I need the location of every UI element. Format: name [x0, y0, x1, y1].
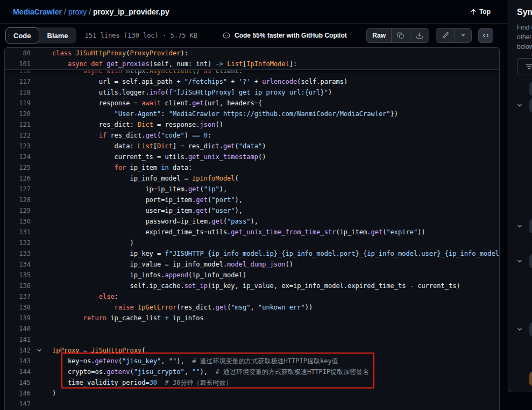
line-number[interactable]: 119 — [5, 98, 31, 109]
file-header: MediaCrawler/proxy/proxy_ip_provider.py … — [0, 0, 508, 24]
line-number[interactable]: 120 — [5, 109, 31, 119]
breadcrumb-folder-link[interactable]: proxy — [68, 8, 87, 16]
line-number[interactable]: 139 — [5, 313, 31, 323]
code-token — [52, 164, 115, 171]
symbol-item[interactable] — [508, 322, 532, 336]
line-number[interactable]: 123 — [5, 141, 31, 152]
fold-gutter — [35, 184, 44, 195]
code-line: 143 key=os.getenv("jisu_key", ""), # 通过环… — [5, 356, 499, 366]
line-number[interactable]: 80 — [5, 48, 31, 59]
edit-button[interactable] — [436, 28, 455, 42]
symbols-panel-toggle[interactable] — [478, 28, 493, 43]
line-number[interactable]: 101 — [5, 59, 31, 69]
line-number[interactable]: 130 — [5, 216, 31, 227]
symbol-item[interactable] — [508, 82, 532, 96]
line-number[interactable]: 147 — [5, 399, 31, 409]
code-line: 147 — [5, 399, 499, 409]
line-number[interactable]: 133 — [5, 248, 31, 259]
line-number[interactable]: 137 — [5, 291, 31, 302]
copy-button[interactable] — [391, 28, 410, 42]
line-number[interactable]: 146 — [5, 388, 31, 399]
line-number[interactable]: 144 — [5, 366, 31, 377]
symbol-item[interactable] — [508, 372, 532, 386]
download-button[interactable] — [410, 28, 429, 42]
code-token: json — [200, 121, 216, 128]
code-text: raise IpGetError(res_dict.get("msg", "un… — [44, 302, 499, 313]
line-number[interactable]: 136 — [5, 280, 31, 291]
line-number[interactable]: 132 — [5, 238, 31, 248]
code-token: ), — [200, 368, 216, 376]
symbols-panel-title: Symbols — [517, 8, 532, 17]
back-to-top-button[interactable]: Top — [470, 8, 491, 16]
code-token: ( — [165, 89, 169, 96]
code-token: "" — [192, 368, 200, 376]
symbol-item[interactable] — [508, 98, 532, 112]
line-number[interactable]: 126 — [5, 173, 31, 184]
code-line: 125 for ip_item in data: — [5, 162, 499, 173]
code-lines: 117 url = self.api_path + "/fetchips" + … — [5, 76, 499, 409]
line-number[interactable]: 124 — [5, 152, 31, 162]
tab-code[interactable]: Code — [5, 27, 39, 44]
symbol-item[interactable] — [508, 219, 532, 233]
code-blame-switcher: Code Blame — [5, 27, 76, 44]
line-number[interactable]: 125 — [5, 162, 31, 173]
line-number[interactable]: 121 — [5, 119, 31, 130]
chevron-down-icon[interactable] — [513, 103, 527, 108]
code-token: Dict — [157, 142, 173, 150]
code-token: get — [215, 304, 227, 311]
line-number[interactable]: 116 — [5, 70, 31, 76]
chevron-down-icon[interactable] — [513, 258, 527, 264]
code-line: 141 — [5, 334, 499, 345]
line-number[interactable]: 134 — [5, 259, 31, 270]
code-text: for ip_item in data: — [44, 162, 499, 173]
code-text: else: — [44, 291, 499, 302]
copilot-banner[interactable]: Code 55% faster with GitHub Copilot — [222, 31, 347, 40]
line-number[interactable]: 117 — [5, 76, 31, 87]
code-token: url = self.api_path + — [52, 78, 185, 85]
line-number[interactable]: 122 — [5, 130, 31, 141]
line-number[interactable]: 127 — [5, 184, 31, 195]
line-number[interactable]: 138 — [5, 302, 31, 313]
chevron-down-icon — [517, 103, 522, 108]
breadcrumb-repo-link[interactable]: MediaCrawler — [13, 8, 62, 16]
symbols-filter-button[interactable] — [517, 58, 532, 75]
code-token: f"[JiSuHttpProxy] get ip proxy url:{url}… — [169, 89, 328, 96]
raw-button[interactable]: Raw — [367, 28, 391, 42]
code-line: 138 raise IpGetError(res_dict.get("msg",… — [5, 302, 499, 313]
code-token: if — [99, 132, 107, 139]
code-line: 121 res_dict: Dict = response.json() — [5, 119, 499, 130]
code-line: 126 ip_info_model = IpInfoModel( — [5, 173, 499, 184]
code-token: res_dict: — [52, 121, 138, 128]
code-view: 80class JiSuHttpProxy(ProxyProvider):101… — [4, 47, 500, 410]
chevron-down-icon — [517, 224, 522, 229]
code-token: () — [215, 121, 223, 128]
code-line: 118 utils.logger.info(f"[JiSuHttpProxy] … — [5, 87, 499, 98]
line-number[interactable]: 140 — [5, 323, 31, 334]
code-token: async — [68, 60, 87, 68]
tab-blame[interactable]: Blame — [39, 27, 76, 44]
code-token: # 30分钟（最长时效） — [165, 379, 232, 386]
line-number[interactable]: 118 — [5, 87, 31, 98]
symbols-description-line: Find definitions and references for func… — [517, 23, 532, 32]
chevron-down-icon[interactable] — [513, 224, 527, 229]
file-toolbar: Code Blame 151 lines (130 loc) · 5.75 KB… — [0, 24, 508, 47]
fold-gutter — [35, 98, 44, 109]
code-token: ) — [52, 390, 56, 397]
edit-dropdown-button[interactable] — [455, 28, 471, 42]
symbol-item[interactable] — [508, 254, 532, 268]
code-token: ( — [235, 142, 239, 150]
line-number[interactable]: 145 — [5, 377, 31, 388]
line-number[interactable]: 128 — [5, 195, 31, 205]
code-text: expired_time_ts=utils.get_unix_time_from… — [44, 227, 499, 238]
code-text: self.ip_cache.set_ip(ip_key, ip_value, e… — [44, 280, 499, 291]
line-number[interactable]: 142 — [5, 345, 31, 356]
copilot-icon — [222, 31, 231, 40]
chevron-down-icon[interactable] — [513, 327, 527, 332]
fold-toggle[interactable] — [35, 345, 44, 356]
line-number[interactable]: 129 — [5, 205, 31, 216]
line-number[interactable]: 141 — [5, 334, 31, 345]
code-token: "data" — [239, 142, 262, 150]
line-number[interactable]: 143 — [5, 356, 31, 366]
line-number[interactable]: 135 — [5, 270, 31, 280]
line-number[interactable]: 131 — [5, 227, 31, 238]
